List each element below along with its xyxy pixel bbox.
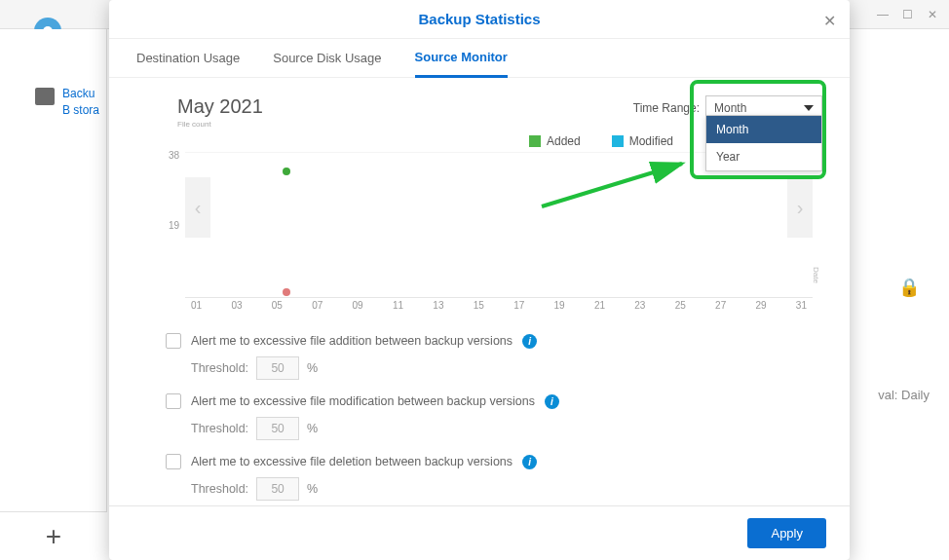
legend-swatch-green: [529, 135, 541, 147]
chart-title: May 2021: [177, 95, 263, 118]
info-icon[interactable]: i: [522, 334, 537, 349]
percent-label: %: [307, 482, 318, 496]
dropdown-option-year[interactable]: Year: [706, 143, 821, 170]
x-axis: 01 03 05 07 09 11 13 15 17 19 21 23 25 2…: [185, 300, 813, 316]
tab-source-monitor[interactable]: Source Monitor: [415, 39, 508, 78]
dropdown-option-month[interactable]: Month: [706, 116, 821, 143]
svg-line-0: [542, 164, 682, 206]
legend-modified: Modified: [612, 134, 673, 148]
chart-area: 38 19 ‹ › Date 01 03 05 07 09 11 13 15 1…: [158, 152, 822, 316]
dialog-title: Backup Statistics: [418, 11, 540, 27]
add-task-button[interactable]: +: [0, 511, 107, 560]
info-icon[interactable]: i: [522, 455, 537, 469]
threshold-label: Threshold:: [191, 361, 248, 375]
alert-addition-row: Alert me to excessive file addition betw…: [166, 333, 822, 349]
alert-deletion-row: Alert me to excessive file deletion betw…: [166, 454, 822, 469]
checkbox-deletion[interactable]: [166, 454, 181, 469]
y-axis: 38 19: [158, 152, 185, 298]
dialog-header: Backup Statistics ✕: [109, 0, 850, 39]
alert-modification-row: Alert me to excessive file modification …: [166, 393, 822, 409]
threshold-modification-input[interactable]: [256, 417, 299, 440]
checkbox-addition[interactable]: [166, 333, 181, 349]
threshold-addition-input[interactable]: [256, 356, 299, 380]
alert-modification-label: Alert me to excessive file modification …: [191, 394, 535, 408]
annotation-arrow-icon: [538, 156, 694, 214]
bg-interval-text: val: Daily: [878, 388, 930, 402]
x-axis-label: Date: [812, 267, 820, 283]
chart-prev-button[interactable]: ‹: [185, 177, 210, 238]
apply-button[interactable]: Apply: [747, 518, 826, 548]
y-tick: 38: [169, 150, 179, 161]
info-icon[interactable]: i: [545, 394, 559, 409]
lock-icon[interactable]: 🔒: [898, 277, 920, 298]
legend-added: Added: [529, 134, 581, 148]
time-range-value: Month: [714, 101, 746, 115]
alerts-section: Alert me to excessive file addition betw…: [166, 333, 822, 501]
threshold-label: Threshold:: [191, 422, 248, 435]
task-storage-icon: [35, 88, 55, 105]
percent-label: %: [307, 361, 318, 375]
plot-area: ‹ › Date: [185, 152, 813, 298]
dialog-footer: Apply: [109, 505, 850, 560]
task-name: Backu: [62, 86, 99, 102]
alert-addition-label: Alert me to excessive file addition betw…: [191, 334, 512, 348]
data-point-deleted: [283, 288, 290, 296]
tab-destination-usage[interactable]: Destination Usage: [136, 40, 240, 76]
time-range-label: Time Range:: [633, 101, 700, 115]
legend-swatch-blue: [612, 135, 624, 147]
close-bg-icon[interactable]: ✕: [928, 8, 941, 21]
task-sub: B stora: [62, 102, 99, 119]
data-point-added: [283, 168, 290, 175]
backup-statistics-dialog: Backup Statistics ✕ Destination Usage So…: [109, 0, 850, 560]
dialog-content: May 2021 File count Time Range: Month Mo…: [109, 78, 850, 505]
chart-subtitle: File count: [177, 120, 263, 129]
close-icon[interactable]: ✕: [823, 12, 836, 30]
sidebar-task[interactable]: Backu B stora: [35, 86, 99, 119]
time-range-dropdown: Month Year: [705, 115, 822, 171]
y-tick: 19: [169, 220, 179, 231]
checkbox-modification[interactable]: [166, 393, 181, 409]
threshold-label: Threshold:: [191, 482, 248, 496]
minimize-icon[interactable]: —: [877, 8, 891, 21]
tab-source-disk-usage[interactable]: Source Disk Usage: [273, 40, 381, 76]
maximize-icon[interactable]: ☐: [902, 8, 916, 21]
chevron-down-icon: [804, 105, 814, 111]
threshold-deletion-input[interactable]: [256, 477, 299, 501]
tabs-bar: Destination Usage Source Disk Usage Sour…: [109, 39, 850, 78]
percent-label: %: [307, 422, 318, 435]
sidebar: Backu B stora +: [0, 29, 107, 560]
chart-next-button[interactable]: ›: [787, 177, 813, 238]
alert-deletion-label: Alert me to excessive file deletion betw…: [191, 455, 512, 468]
